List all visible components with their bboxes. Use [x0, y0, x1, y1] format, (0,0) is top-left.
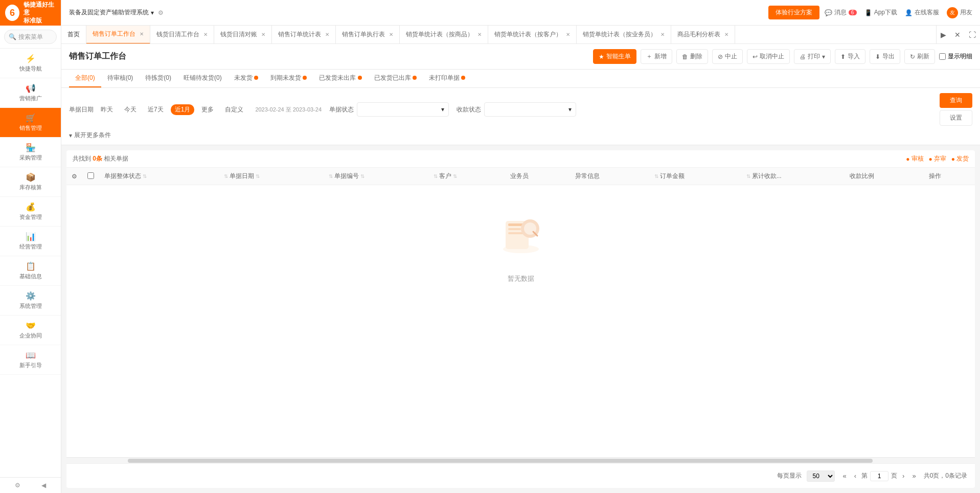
status-filter-item: 单据状态 ▾: [329, 102, 449, 117]
display-detail-checkbox[interactable]: [939, 53, 946, 60]
sidebar-item-inventory[interactable]: 📦 库存核算: [0, 167, 61, 197]
search-icon: 🔍: [9, 33, 16, 40]
app-download-button[interactable]: 📱 App下载: [864, 8, 897, 17]
horizontal-scrollbar[interactable]: [66, 457, 975, 463]
col-check-header[interactable]: [82, 168, 99, 185]
col-collected-header[interactable]: ⇅ 累计收款...: [741, 168, 845, 185]
sidebar-item-quick-nav[interactable]: ⚡ 快捷导航: [0, 49, 61, 78]
first-page-button[interactable]: «: [840, 471, 849, 481]
page-number-input[interactable]: [870, 471, 888, 481]
col-number-header[interactable]: ⇅ 单据编号 ⇅: [324, 168, 428, 185]
sub-tab-shipped-not-out[interactable]: 已发货未出库: [313, 70, 368, 87]
date-btn-1month[interactable]: 近1月: [171, 104, 195, 115]
delete-button[interactable]: 🗑 删除: [676, 49, 708, 64]
smart-create-button[interactable]: ★ 智能生单: [593, 49, 636, 64]
filter-setting-button[interactable]: 设置: [940, 110, 972, 126]
tab-close-sales-stat[interactable]: ✕: [325, 32, 329, 37]
tab-close-cash-reconcile[interactable]: ✕: [261, 32, 265, 37]
scrollbar-thumb[interactable]: [128, 459, 873, 463]
tab-close-sales-summary-staff[interactable]: ✕: [660, 32, 665, 37]
date-btn-more[interactable]: 更多: [197, 104, 218, 115]
col-salesperson-header: 业务员: [505, 168, 570, 185]
status-select[interactable]: ▾: [357, 102, 449, 117]
sidebar-item-system[interactable]: ⚙️ 系统管理: [0, 286, 61, 316]
sidebar-item-basic-info[interactable]: 📋 基础信息: [0, 256, 61, 286]
tab-sales-summary-staff[interactable]: 销货单统计表（按业务员） ✕: [577, 26, 671, 44]
settings-button[interactable]: ⚙: [15, 482, 20, 489]
col-settings-header[interactable]: ⚙: [66, 168, 82, 185]
tab-margin-analysis[interactable]: 商品毛利分析表 ✕: [671, 26, 735, 44]
sub-tab-pending-pickup[interactable]: 待拣货(0): [139, 70, 177, 87]
unreviewed-action-button[interactable]: ● 弃审: [929, 154, 946, 163]
tab-close-cash-daily[interactable]: ✕: [203, 32, 208, 37]
online-service-button[interactable]: 👤 在线客服: [905, 8, 939, 17]
tab-sales-stat[interactable]: 销售订单统计表 ✕: [272, 26, 336, 44]
tab-close-sales-summary-prod[interactable]: ✕: [477, 32, 482, 37]
sidebar-item-marketing[interactable]: 📢 营销推广: [0, 78, 61, 108]
col-status-header[interactable]: 单据整体状态 ⇅: [99, 168, 219, 185]
search-menu-button[interactable]: 🔍 搜索菜单: [4, 30, 57, 44]
tab-close-sales-workbench[interactable]: ✕: [140, 31, 144, 37]
tab-close-sales-summary-cust[interactable]: ✕: [566, 32, 570, 37]
col-customer-header[interactable]: ⇅ 客户 ⇅: [428, 168, 505, 185]
col-date-header[interactable]: ⇅ 单据日期 ⇅: [219, 168, 324, 185]
tab-scroll-right-button[interactable]: ▶: [937, 26, 950, 43]
tab-close-margin-analysis[interactable]: ✕: [724, 32, 728, 37]
user-menu-button[interactable]: 友 用友: [947, 7, 972, 18]
sub-tab-overdue-unshipped[interactable]: 到期未发货: [264, 70, 313, 87]
system-title-dropdown[interactable]: 装备及固定资产辅助管理系统 ▾: [69, 8, 154, 17]
date-btn-custom[interactable]: 自定义: [221, 104, 247, 115]
page-size-select[interactable]: 10 20 50 100: [807, 470, 835, 482]
export-button[interactable]: ⬇ 导出: [870, 49, 900, 64]
date-btn-7days[interactable]: 近7天: [144, 104, 168, 115]
stop-button[interactable]: ⊘ 中止: [712, 49, 743, 64]
review-action-button[interactable]: ● 审核: [906, 154, 923, 163]
tab-sales-workbench[interactable]: 销售订单工作台 ✕: [86, 26, 150, 44]
payment-select[interactable]: ▾: [484, 102, 576, 117]
sub-tab-unshipped[interactable]: 未发货: [228, 70, 264, 87]
solution-button[interactable]: 体验行业方案: [768, 6, 819, 19]
next-page-button[interactable]: ›: [900, 471, 907, 481]
sidebar-item-guide[interactable]: 📖 新手引导: [0, 345, 61, 375]
date-btn-today[interactable]: 今天: [120, 104, 141, 115]
svg-rect-4: [508, 232, 523, 234]
prev-page-button[interactable]: ‹: [852, 471, 859, 481]
sidebar-item-sales[interactable]: 🛒 销售管理: [0, 108, 61, 138]
tab-cash-daily[interactable]: 钱货日清工作台 ✕: [150, 26, 214, 44]
tab-maximize-button[interactable]: ⛶: [965, 26, 980, 43]
display-detail-checkbox-area[interactable]: 显示明细: [939, 52, 972, 61]
settings-gear-icon[interactable]: ⚙: [158, 9, 164, 16]
sub-tab-unprinted[interactable]: 未打印单据: [423, 70, 471, 87]
print-button[interactable]: 🖨 打印 ▾: [794, 49, 831, 64]
refresh-button[interactable]: ↻ 刷新: [904, 49, 935, 64]
ship-action-button[interactable]: ● 发货: [951, 154, 969, 163]
tab-sales-summary-cust[interactable]: 销货单统计表（按客户） ✕: [488, 26, 577, 44]
collapse-button[interactable]: ◀: [41, 482, 46, 489]
tab-home[interactable]: 首页: [61, 26, 86, 44]
sub-tab-wangpu-pending[interactable]: 旺铺待发货(0): [177, 70, 228, 87]
query-button[interactable]: 查询: [940, 93, 972, 108]
inventory-icon: 📦: [26, 172, 36, 182]
sub-tab-pending-review[interactable]: 待审核(0): [101, 70, 140, 87]
date-options: 昨天 今天 近7天 近1月 更多 自定义: [97, 104, 247, 115]
sub-tab-shipped-out[interactable]: 已发货已出库: [368, 70, 423, 87]
tab-sales-summary-prod[interactable]: 销货单统计表（按商品） ✕: [400, 26, 488, 44]
sidebar-item-purchase[interactable]: 🏪 采购管理: [0, 138, 61, 167]
message-button[interactable]: 💬 消息 6: [825, 8, 857, 17]
cancel-stop-button[interactable]: ↩ 取消中止: [747, 49, 790, 64]
sidebar-item-operations[interactable]: 📊 经营管理: [0, 227, 61, 256]
tab-close-all-button[interactable]: ✕: [950, 26, 965, 43]
add-button[interactable]: ＋ 新增: [641, 49, 672, 64]
tab-cash-reconcile[interactable]: 钱货日清对账 ✕: [214, 26, 272, 44]
date-btn-yesterday[interactable]: 昨天: [97, 104, 117, 115]
select-all-checkbox[interactable]: [87, 172, 94, 179]
tab-sales-exec[interactable]: 销售订单执行表 ✕: [336, 26, 400, 44]
import-button[interactable]: ⬆ 导入: [835, 49, 865, 64]
sidebar-item-finance[interactable]: 💰 资金管理: [0, 197, 61, 227]
sidebar-item-cooperation[interactable]: 🤝 企业协同: [0, 316, 61, 345]
last-page-button[interactable]: »: [909, 471, 918, 481]
tab-close-sales-exec[interactable]: ✕: [389, 32, 393, 37]
sub-tab-all[interactable]: 全部(0): [69, 70, 101, 87]
col-amount-header[interactable]: ⇅ 订单金额: [649, 168, 741, 185]
expand-filters-button[interactable]: ▾ 展开更多条件: [69, 131, 111, 140]
